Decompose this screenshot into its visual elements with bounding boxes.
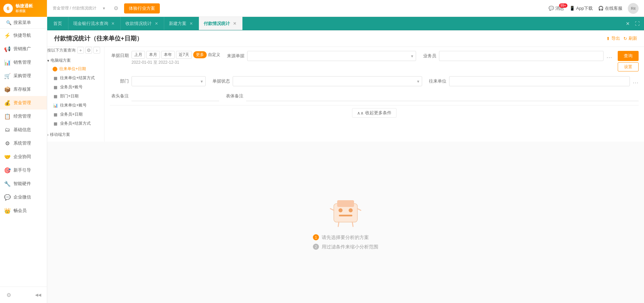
tab-bank-flow[interactable]: 现金银行流水查询 ✕	[68, 17, 121, 30]
partner-label: 往来单位	[428, 78, 446, 84]
partner-input[interactable]	[449, 76, 630, 86]
body-note-label: 表体备注	[225, 93, 243, 99]
app-download-button[interactable]: 📱 App下载	[569, 5, 593, 11]
sidebar-item-operations[interactable]: 📋 经营管理	[0, 110, 47, 123]
maximize-button[interactable]: ⛶	[633, 20, 641, 28]
sidebar-item-quick-nav[interactable]: ⚡ 快捷导航	[0, 29, 47, 42]
sidebar-footer: ⚙ ◀◀	[0, 286, 47, 303]
scheme-collapse-button[interactable]: ›	[93, 47, 100, 54]
sidebar-item-enterprise[interactable]: 🤝 企业协同	[0, 150, 47, 163]
step-2-number: 2	[313, 244, 319, 250]
date-more-button[interactable]: 更多	[193, 51, 207, 58]
scheme-item-partner-account[interactable]: 📊 往来单位+账号	[51, 101, 100, 110]
form-field-salesman: 业务员 …	[421, 51, 612, 61]
collapse-icon: ◀◀	[35, 293, 41, 297]
empty-robot-icon	[325, 193, 366, 227]
sidebar-item-guide[interactable]: 🎯 新手引导	[0, 163, 47, 177]
scheme-item-partner-date[interactable]: 往来单位+日期	[51, 65, 100, 73]
refresh-button[interactable]: ↻ 刷新	[623, 35, 637, 41]
tab-payment-stats-close[interactable]: ✕	[232, 21, 237, 26]
scheme-item-staff-account[interactable]: ▦ 业务员+账号	[51, 83, 100, 91]
sidebar-item-marketing[interactable]: 📢 营销推广	[0, 42, 47, 56]
tab-bank-flow-close[interactable]: ✕	[110, 21, 116, 26]
table-icon-3: ▦	[53, 94, 58, 99]
form-action-buttons: 查询 设置	[618, 51, 639, 71]
online-service-button[interactable]: 🎧 在线客服	[598, 5, 622, 11]
scheme-item-dept-date[interactable]: ▦ 部门+日期	[51, 92, 100, 100]
scheme-group-desktop-title[interactable]: ▾ 电脑端方案	[47, 56, 100, 65]
tab-bar: 首页 现金银行流水查询 ✕ 收款情况统计 ✕ 新建方案 ✕ 付款情况统计 ✕ ✕…	[47, 17, 644, 30]
sidebar: 6 畅捷通帐 标准版 🔍 搜索菜单 ⚡ 快捷导航 📢 营销推广 📊 销售管理 🛒…	[0, 0, 47, 303]
collapse-more-button[interactable]: ∧∧ 收起更多条件	[352, 108, 397, 118]
tab-payment-stats[interactable]: 付款情况统计 ✕	[199, 17, 242, 30]
breadcrumb: 资金管理 / 付款情况统计	[53, 5, 96, 11]
sidebar-item-system[interactable]: ⚙ 系统管理	[0, 137, 47, 150]
dept-select-wrapper: ▾	[131, 76, 206, 86]
sidebar-item-purchase[interactable]: 🛒 采购管理	[0, 69, 47, 83]
form-field-source: 来源单据 ▾	[226, 51, 416, 61]
source-select[interactable]	[247, 51, 416, 61]
scheme-group-mobile: › 移动端方案	[47, 130, 100, 139]
export-icon: ⬆	[606, 36, 610, 41]
sidebar-collapse-button[interactable]: ◀◀	[33, 290, 43, 300]
date-7days-button[interactable]: 近7天	[176, 51, 192, 59]
search-menu-item[interactable]: 🔍 搜索菜单	[0, 17, 47, 29]
close-all-tabs-button[interactable]: ✕	[624, 20, 632, 28]
query-button[interactable]: 查询	[618, 51, 639, 61]
header-left: 资金管理 / 付款情况统计 ▾ ⚙ 体验行业方案	[53, 3, 160, 13]
sidebar-item-inventory[interactable]: 📦 库存核算	[0, 83, 47, 96]
dept-select[interactable]	[131, 76, 206, 86]
date-controls: 上月 本月 本年 近7天 更多 自定义 2022-01-01 至 2022-12…	[131, 51, 220, 65]
sidebar-item-hardware[interactable]: 🔧 智能硬件	[0, 177, 47, 190]
collapse-more-area: ∧∧ 收起更多条件	[110, 105, 639, 120]
tab-receipt-stats-close[interactable]: ✕	[154, 21, 159, 26]
scheme-group-mobile-title[interactable]: › 移动端方案	[47, 130, 100, 139]
salesman-label: 业务员	[421, 53, 436, 59]
scheme-settings-button[interactable]: ⚙	[85, 47, 92, 54]
body-note-input[interactable]	[246, 91, 639, 101]
date-label: 单据日期	[110, 51, 129, 60]
scheme-group-desktop: ▾ 电脑端方案 往来单位+日期 ▦ 往来单位+结算方式 ▦	[47, 56, 100, 128]
tab-new-plan[interactable]: 新建方案 ✕	[164, 17, 199, 30]
form-field-body-note: 表体备注	[225, 91, 639, 101]
sidebar-item-base-info[interactable]: 🗂 基础信息	[0, 123, 47, 137]
export-button[interactable]: ⬆ 导出	[606, 35, 620, 41]
scheme-item-partner-settle[interactable]: ▦ 往来单位+结算方式	[51, 74, 100, 82]
active-scheme-icon	[53, 67, 57, 71]
trial-button[interactable]: 体验行业方案	[124, 3, 160, 13]
salesman-more-button[interactable]: …	[606, 53, 612, 60]
add-scheme-button[interactable]: +	[77, 47, 84, 54]
page-title: 付款情况统计（往来单位+日期）	[54, 34, 143, 42]
sidebar-item-vip[interactable]: 👑 畅会员	[0, 204, 47, 217]
tab-home[interactable]: 首页	[47, 17, 68, 30]
date-custom-button[interactable]: 自定义	[208, 52, 220, 58]
breadcrumb-dropdown[interactable]: ▾	[100, 4, 108, 12]
scheme-item-staff-date[interactable]: ▦ 业务员+日期	[51, 110, 100, 119]
form-field-partner: 往来单位 …	[428, 76, 639, 86]
download-icon: 📱	[569, 6, 575, 11]
sidebar-item-wechat[interactable]: 💬 企业微信	[0, 190, 47, 204]
scheme-item-staff-settle[interactable]: ▦ 业务员+结算方式	[51, 119, 100, 128]
salesman-input[interactable]	[439, 51, 604, 61]
filter-section: 按以下方案查询 + ⚙ › ▾ 电脑端方案	[47, 47, 644, 142]
sidebar-item-sales[interactable]: 📊 销售管理	[0, 56, 47, 69]
sidebar-item-capital[interactable]: 💰 资金管理	[0, 96, 47, 110]
doc-status-select[interactable]	[233, 76, 422, 86]
empty-steps: 1 请先选择要分析的方案 2 用过滤条件来缩小分析范围	[313, 233, 378, 251]
message-button[interactable]: 💬 消息 99+	[549, 5, 564, 11]
settings-small-button[interactable]: 设置	[618, 62, 639, 71]
tab-receipt-stats[interactable]: 收款情况统计 ✕	[121, 17, 164, 30]
date-this-month-button[interactable]: 本月	[146, 51, 160, 59]
date-this-year-button[interactable]: 本年	[161, 51, 175, 59]
date-last-month-button[interactable]: 上月	[131, 51, 145, 59]
header-settings-button[interactable]: ⚙	[111, 4, 121, 13]
tab-new-plan-close[interactable]: ✕	[188, 21, 194, 26]
scheme-panel: 按以下方案查询 + ⚙ › ▾ 电脑端方案	[47, 47, 105, 142]
partner-more-button[interactable]: …	[633, 78, 639, 85]
sidebar-settings-button[interactable]: ⚙	[4, 290, 13, 300]
avatar[interactable]: Rit	[628, 3, 639, 14]
svg-line-5	[330, 209, 334, 210]
empty-step-1: 1 请先选择要分析的方案	[313, 233, 378, 242]
header-note-input[interactable]	[131, 91, 219, 101]
scheme-list-desktop: 往来单位+日期 ▦ 往来单位+结算方式 ▦ 业务员+账号 ▦ 部门+日期	[47, 65, 100, 128]
